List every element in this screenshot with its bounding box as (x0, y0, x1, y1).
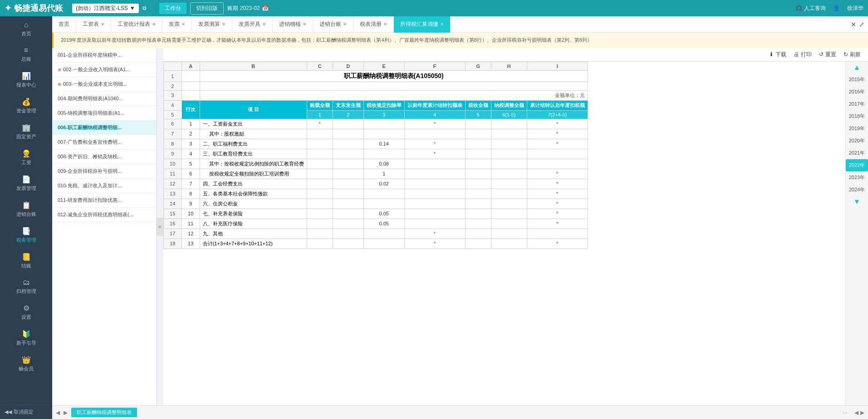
tab-close-purchase-ledger[interactable]: ✕ (343, 22, 347, 27)
chart-icon: 📊 (22, 72, 31, 80)
left-menu-item-011[interactable]: 011-研发费用加计扣除优惠... (52, 193, 156, 208)
year-2017[interactable]: 2017年 (846, 98, 868, 110)
left-menu-item-004[interactable]: 004-期间费用明细表(A1040... (52, 92, 156, 106)
year-2024[interactable]: 2024年 (846, 184, 868, 196)
sidebar-item-invoice-mgmt[interactable]: 📄 发票管理 (0, 171, 52, 196)
calendar-icon[interactable]: 📅 (262, 5, 269, 11)
tab-bar: 首页 工资表 ✕ 工资统计报表 ✕ 发票 ✕ 发票测算 ✕ (52, 16, 868, 33)
left-menu-item-001[interactable]: 001-企业所得税年度纳税申... (52, 48, 156, 63)
col-header-rownum (163, 62, 181, 70)
table-row: 8 3 二、职工福利费支出 0.14 * (163, 139, 588, 149)
bottom-more-button[interactable]: ··· (843, 409, 847, 416)
sidebar-item-member[interactable]: 👑 畅会员 (0, 351, 52, 377)
user-name[interactable]: 徐泽华 (847, 5, 863, 12)
unit-label: 金额单位：元 (200, 90, 588, 100)
company-selector[interactable]: (勿动）江西赣宝-LSS ▼ (72, 4, 139, 13)
tab-income-tax[interactable]: 所得税汇算清缴 ✕ (394, 16, 451, 33)
year-2022[interactable]: 2022年 (846, 159, 868, 171)
workspace-button[interactable]: 工作台 (159, 3, 186, 14)
year-2016[interactable]: 2016年 (846, 86, 868, 98)
download-button[interactable]: ⬇ 下载 (769, 51, 786, 58)
table-row: 17 12 九、其他 * (163, 229, 588, 239)
tab-payroll-stats[interactable]: 工资统计报表 ✕ (111, 16, 162, 33)
col4-header: 以前年度累计结转扣额表 (404, 100, 465, 110)
tab-maximize[interactable]: ⤢ (859, 21, 864, 28)
year-2018[interactable]: 2018年 (846, 110, 868, 122)
bottom-horizontal-scroll[interactable]: ◀ ▶ (854, 409, 864, 416)
year-2020[interactable]: 2020年 (846, 135, 868, 147)
col2-header: 支东发生额 (333, 100, 363, 110)
table-row: 18 13 合计(1+3+4+7+8+9+10+11+12) * (163, 239, 588, 248)
year-2019[interactable]: 2019年 (846, 122, 868, 135)
year-2015[interactable]: 2015年 (846, 73, 868, 86)
sidebar-item-purchase-sales[interactable]: 📋 进销台账 (0, 196, 52, 222)
col-header-A: A (181, 62, 200, 70)
headset-icon: 🎧 (795, 5, 802, 11)
sidebar-item-assets[interactable]: 🏢 固定资产 (0, 119, 52, 145)
year-scroll-down-button[interactable]: ▼ (852, 196, 863, 208)
left-menu-item-012[interactable]: 012-减免企业所得税优惠明细表(... (52, 208, 156, 222)
error-icon-003: ⊗ (58, 82, 61, 87)
tab-purchase-audit[interactable]: 进销稽核 ✕ (273, 16, 313, 33)
print-button[interactable]: 🖨 打印 (794, 51, 812, 58)
sidebar-item-close[interactable]: 📒 结账 (0, 248, 52, 274)
tab-tax-table[interactable]: 税表清册 ✕ (353, 16, 394, 33)
support-button[interactable]: 🎧 人工客询 (795, 5, 826, 12)
bottom-scroll-right[interactable]: ▶ (64, 409, 68, 416)
tab-close-income-tax[interactable]: ✕ (440, 22, 444, 27)
year-2023[interactable]: 2023年 (846, 171, 868, 184)
sidebar-item-tax[interactable]: 📑 税务管理 (0, 222, 52, 248)
sidebar-item-home[interactable]: ⌂ 首页 (0, 16, 52, 42)
bottom-scroll-left[interactable]: ◀ (56, 409, 60, 416)
gear-icon: ⚙ (23, 304, 29, 312)
tab-invoice[interactable]: 发票 ✕ (162, 16, 192, 33)
left-menu-item-008[interactable]: 008-资产折旧、摊销及纳税... (52, 150, 156, 164)
refresh-button[interactable]: ↻ 刷新 (843, 51, 861, 58)
cancel-fixed-button[interactable]: ◀◀ 取消固定 (0, 404, 52, 419)
sidebar-item-payroll[interactable]: 👷 工资 (0, 145, 52, 171)
top-bar: ✦ 畅捷通易代账 (勿动）江西赣宝-LSS ▼ ⧉ 工作台 切到旧版 账期 20… (0, 0, 868, 16)
copy-icon: ⧉ (142, 5, 147, 11)
sidebar-item-funds[interactable]: 💰 资金管理 (0, 93, 52, 119)
left-menu-item-006[interactable]: 006-职工薪酬纳税调整明细... (52, 121, 156, 135)
tab-home[interactable]: 首页 (52, 16, 76, 33)
tab-close-payroll-stats[interactable]: ✕ (152, 22, 156, 27)
tab-close-all[interactable]: ✕ (851, 21, 856, 28)
tab-purchase-ledger[interactable]: 进销台账 ✕ (313, 16, 353, 33)
bottom-sheet-tab[interactable]: 职工薪酬纳税调整明细表 (71, 408, 137, 417)
left-menu-item-009[interactable]: 009-企业所得税弥补亏损明... (52, 164, 156, 179)
logo-icon: ✦ (5, 3, 11, 13)
tab-close-purchase-audit[interactable]: ✕ (303, 22, 306, 27)
scroll-right-icon[interactable]: ▶ (860, 409, 864, 416)
sidebar-item-guide[interactable]: 🔰 新手引导 (0, 325, 52, 351)
left-menu-item-002[interactable]: ⊗ 002-一般企业收入明细表(A1... (52, 63, 156, 77)
tab-close-invoice[interactable]: ✕ (181, 22, 185, 27)
tab-close-payroll[interactable]: ✕ (101, 22, 104, 27)
collapse-left-panel-button[interactable]: « (157, 218, 163, 236)
row-3: 3 金额单位：元 (163, 90, 588, 100)
col-header-F: F (404, 62, 465, 70)
sidebar-item-reports[interactable]: 📊 报表中心 (0, 67, 52, 93)
tab-close-tax-table[interactable]: ✕ (383, 22, 387, 27)
left-menu-item-003[interactable]: ⊗ 003-一般企业成本支出明细... (52, 77, 156, 92)
left-menu-item-010[interactable]: 010-免税、减计收入及加计... (52, 179, 156, 193)
old-version-button[interactable]: 切到旧版 (190, 2, 224, 15)
scroll-left-icon[interactable]: ◀ (854, 409, 858, 416)
tab-close-invoice-issue[interactable]: ✕ (262, 22, 266, 27)
user-avatar: 👤 (833, 5, 840, 11)
logo-text: 畅捷通易代账 (14, 3, 63, 14)
tab-invoice-issue[interactable]: 发票开具 ✕ (232, 16, 273, 33)
tab-invoice-calc[interactable]: 发票测算 ✕ (192, 16, 232, 33)
year-scroll-up-button[interactable]: ▲ (852, 62, 863, 73)
year-2021[interactable]: 2021年 (846, 147, 868, 159)
year-panel: ▲ 2015年 2016年 2017年 2018年 2019年 2020年 20… (845, 62, 868, 405)
left-menu-item-005[interactable]: 005-纳税调整项目明细表(A1... (52, 106, 156, 121)
tab-payroll[interactable]: 工资表 ✕ (76, 16, 111, 33)
reset-button[interactable]: ↺ 重置 (819, 51, 836, 58)
sidebar-item-archive[interactable]: 🗂 归档管理 (0, 274, 52, 299)
sidebar-item-ledger[interactable]: ≡ 总账 (0, 42, 52, 67)
sidebar-item-settings[interactable]: ⚙ 设置 (0, 299, 52, 325)
invoice-icon: 📄 (22, 175, 31, 184)
left-menu-item-007[interactable]: 007-广告费和业务宣传费明... (52, 135, 156, 150)
tab-close-invoice-calc[interactable]: ✕ (222, 22, 226, 27)
